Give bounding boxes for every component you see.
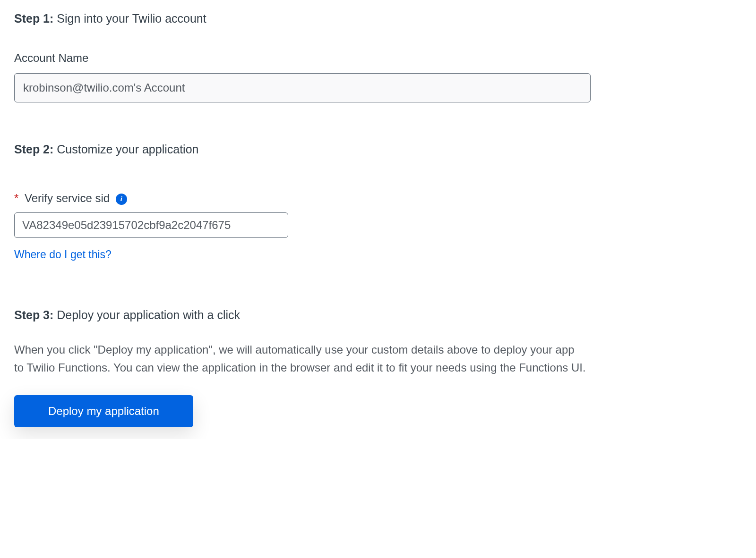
account-name-input[interactable]	[14, 73, 591, 102]
step2-heading: Step 2: Customize your application	[14, 143, 591, 156]
step3-heading: Step 3: Deploy your application with a c…	[14, 308, 591, 322]
step3-title: Deploy your application with a click	[57, 308, 240, 321]
step1-title: Sign into your Twilio account	[57, 12, 206, 25]
verify-sid-input[interactable]	[14, 212, 288, 238]
step3-body: When you click "Deploy my application", …	[14, 341, 586, 377]
info-icon[interactable]: i	[116, 194, 127, 205]
where-do-i-get-this-link[interactable]: Where do I get this?	[14, 248, 112, 261]
step3-label: Step 3:	[14, 308, 53, 321]
verify-sid-label-text: Verify service sid	[25, 192, 110, 204]
step2-title: Customize your application	[57, 143, 198, 156]
required-star: *	[14, 192, 18, 204]
deploy-button[interactable]: Deploy my application	[14, 395, 193, 427]
verify-sid-label: * Verify service sid i	[14, 192, 591, 205]
account-name-label: Account Name	[14, 51, 591, 65]
step2-label: Step 2:	[14, 143, 53, 156]
step1-label: Step 1:	[14, 12, 53, 25]
step1-heading: Step 1: Sign into your Twilio account	[14, 12, 591, 25]
